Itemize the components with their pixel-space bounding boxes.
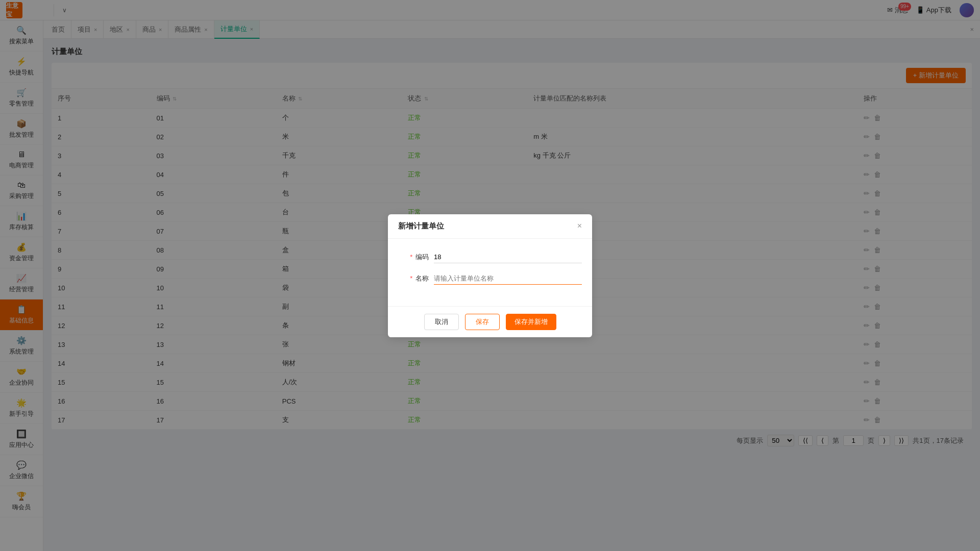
cancel-button[interactable]: 取消 bbox=[424, 314, 459, 330]
name-input[interactable] bbox=[434, 272, 582, 285]
modal-title: 新增计量单位 bbox=[398, 221, 444, 231]
modal-overlay: 新增计量单位 × * 编码 * 名称 取消 保存 保存并新增 bbox=[0, 0, 980, 551]
code-label-text: 编码 bbox=[415, 253, 429, 261]
add-unit-modal: 新增计量单位 × * 编码 * 名称 取消 保存 保存并新增 bbox=[388, 214, 592, 337]
name-label-text: 名称 bbox=[415, 274, 429, 282]
modal-close-btn[interactable]: × bbox=[577, 221, 582, 231]
code-label: * 编码 bbox=[398, 253, 429, 262]
code-required: * bbox=[410, 253, 412, 261]
save-new-button[interactable]: 保存并新增 bbox=[506, 314, 556, 330]
modal-body: * 编码 * 名称 bbox=[388, 239, 592, 306]
name-required: * bbox=[410, 274, 412, 282]
save-button[interactable]: 保存 bbox=[465, 314, 500, 330]
code-input[interactable] bbox=[434, 251, 582, 263]
modal-footer: 取消 保存 保存并新增 bbox=[388, 306, 592, 337]
name-label: * 名称 bbox=[398, 274, 429, 283]
form-row-name: * 名称 bbox=[398, 272, 582, 285]
form-row-code: * 编码 bbox=[398, 251, 582, 263]
modal-header: 新增计量单位 × bbox=[388, 214, 592, 239]
